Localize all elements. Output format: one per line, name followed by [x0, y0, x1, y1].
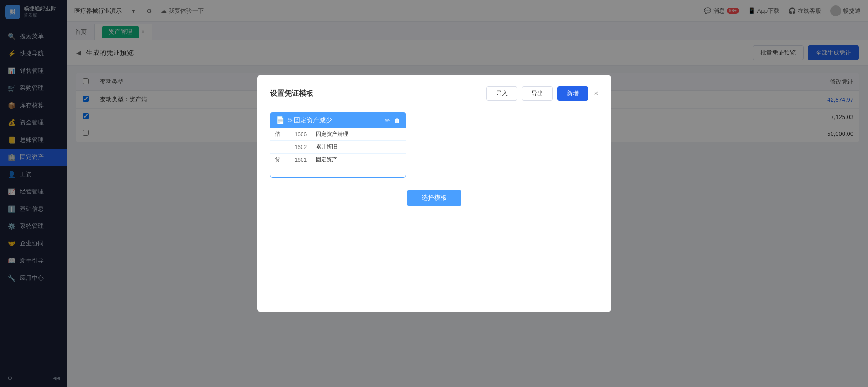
template-entry-row-empty	[270, 166, 406, 177]
entry-code: 1601	[290, 154, 312, 166]
select-template-row: 选择模板	[270, 190, 599, 206]
entry-account: 固定资产	[311, 154, 377, 166]
delete-template-icon[interactable]: 🗑	[394, 117, 400, 124]
template-card-body: 借： 1606 固定资产清理 1602 累计折旧	[270, 128, 406, 177]
template-entry-row: 借： 1606 固定资产清理	[270, 128, 406, 141]
modal-close-button[interactable]: ×	[594, 89, 599, 99]
template-card-title: 5-固定资产减少	[288, 116, 332, 124]
entry-direction: 贷：	[270, 154, 290, 166]
entry-direction: 借：	[270, 128, 290, 141]
entry-code: 1602	[290, 141, 312, 154]
entry-account: 固定资产清理	[311, 128, 377, 141]
template-grid: 📄 5-固定资产减少 ✏ 🗑 借： 1606 固	[270, 110, 599, 179]
new-template-button[interactable]: 新增	[557, 86, 588, 101]
modal-header-right: 导入 导出 新增 ×	[486, 86, 599, 101]
entry-amount1	[377, 154, 391, 166]
modal-header: 设置凭证模板 导入 导出 新增 ×	[270, 86, 599, 101]
template-entry-table: 借： 1606 固定资产清理 1602 累计折旧	[270, 128, 406, 177]
template-card-header: 📄 5-固定资产减少 ✏ 🗑	[270, 112, 406, 128]
empty-cell	[290, 166, 312, 177]
export-button[interactable]: 导出	[522, 86, 553, 101]
template-entry-row: 贷： 1601 固定资产	[270, 154, 406, 166]
empty-cell	[391, 166, 405, 177]
template-card-header-left: 📄 5-固定资产减少	[276, 116, 332, 124]
entry-amount1	[377, 128, 391, 141]
empty-cell	[311, 166, 377, 177]
template-card-actions: ✏ 🗑	[385, 117, 400, 124]
modal-title: 设置凭证模板	[270, 89, 313, 99]
entry-amount1	[377, 141, 391, 154]
template-entry-row: 1602 累计折旧	[270, 141, 406, 154]
template-card: 📄 5-固定资产减少 ✏ 🗑 借： 1606 固	[270, 112, 406, 178]
modal-dialog: 设置凭证模板 导入 导出 新增 × 📄 5-固定资产减少 ✏	[257, 75, 611, 312]
entry-account: 累计折旧	[311, 141, 377, 154]
entry-amount2	[391, 141, 405, 154]
modal-toolbar: 导入 导出 新增	[486, 86, 588, 101]
entry-amount2	[391, 128, 405, 141]
select-template-button[interactable]: 选择模板	[407, 190, 461, 206]
modal-overlay: 设置凭证模板 导入 导出 新增 × 📄 5-固定资产减少 ✏	[0, 0, 868, 387]
entry-amount2	[391, 154, 405, 166]
import-button[interactable]: 导入	[486, 86, 517, 101]
entry-direction	[270, 141, 290, 154]
entry-code: 1606	[290, 128, 312, 141]
empty-cell	[270, 166, 290, 177]
template-doc-icon: 📄	[276, 116, 285, 124]
empty-cell	[377, 166, 391, 177]
edit-template-icon[interactable]: ✏	[385, 117, 390, 124]
